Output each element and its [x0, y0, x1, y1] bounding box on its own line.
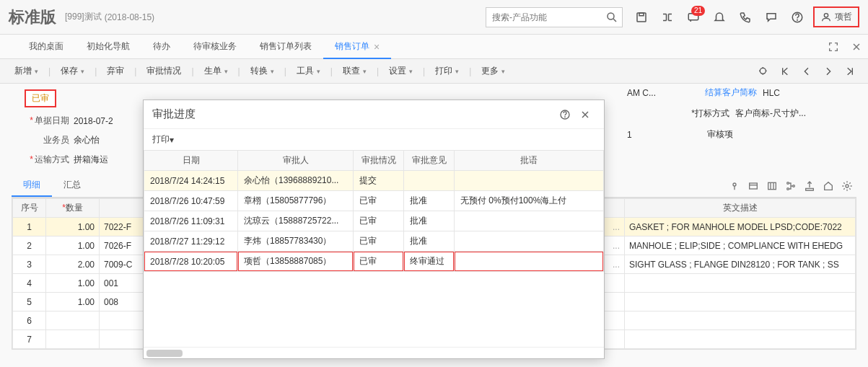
tab-4[interactable]: 销售订单列表	[248, 35, 323, 58]
svg-point-23	[787, 182, 789, 184]
app-header: 标准版 [999]测试 (2018-08-15) 21 项哲	[0, 0, 868, 35]
toolbar-打印[interactable]: 打印▾	[429, 62, 465, 80]
export-icon[interactable]	[800, 174, 819, 197]
first-record-icon[interactable]	[776, 62, 794, 81]
modal-close-icon[interactable]	[575, 105, 595, 125]
col-desc-en[interactable]: 英文描述	[625, 199, 856, 218]
locate-icon[interactable]	[754, 62, 773, 81]
gear-icon[interactable]	[838, 174, 856, 197]
bill-date-label: 单据日期	[35, 115, 69, 125]
svg-point-25	[793, 185, 795, 187]
toolbar-弃审[interactable]: 弃审	[101, 62, 130, 80]
col-qty[interactable]: *数量	[46, 199, 100, 218]
user-name: 项哲	[835, 11, 852, 23]
user-chip[interactable]: 项哲	[813, 6, 859, 27]
mark-method-label: 打标方式	[695, 108, 729, 118]
mcol-approver[interactable]: 审批人	[238, 151, 354, 171]
toolbar-审批情况[interactable]: 审批情况	[141, 62, 187, 80]
app-logo: 标准版	[9, 6, 56, 28]
last-record-icon[interactable]	[841, 62, 859, 81]
subtab-0[interactable]: 明细	[12, 174, 52, 197]
home-icon[interactable]	[819, 174, 838, 197]
tab-bar: 我的桌面初始化导航待办待审核业务销售订单列表销售订单×	[0, 35, 868, 59]
search-input[interactable]	[486, 7, 623, 27]
approval-row[interactable]: 2018/7/26 11:09:31沈琼云（15888725722...已审批准	[144, 211, 604, 231]
subtab-1[interactable]: 汇总	[52, 174, 92, 197]
modal-print-button[interactable]: 打印▾	[152, 133, 174, 146]
toolbar-转换[interactable]: 转换▾	[245, 62, 280, 80]
bill-date-value: 2018-07-2	[74, 116, 113, 126]
action-toolbar: 新增▾|保存▾|弃审|审批情况|生单▾|转换▾|工具▾|联查▾|设置▾|打印▾|…	[0, 59, 868, 84]
col-code[interactable]	[100, 199, 146, 218]
svg-point-6	[797, 19, 798, 20]
toolbar-生单[interactable]: 生单▾	[198, 62, 234, 80]
settle-customer-label: 结算客户简称	[705, 87, 757, 97]
modal-title: 审批进度	[152, 107, 196, 121]
approval-row[interactable]: 2018/7/26 10:47:59章栩（15805877796）已审批准无预付…	[144, 191, 604, 211]
svg-rect-20	[768, 182, 776, 189]
search-icon[interactable]	[605, 11, 618, 26]
tab-3[interactable]: 待审核业务	[182, 35, 248, 58]
columns-icon[interactable]	[763, 174, 781, 197]
svg-point-17	[733, 183, 736, 186]
col-seq[interactable]: 序号	[13, 199, 46, 218]
mcol-status[interactable]: 审批情况	[354, 151, 404, 171]
audit-item-label: 审核项	[707, 129, 733, 139]
svg-point-0	[608, 13, 614, 19]
status-chip: 已审	[25, 89, 56, 107]
svg-point-26	[846, 185, 849, 187]
toolbar-新增[interactable]: 新增▾	[9, 62, 44, 80]
help-icon[interactable]	[784, 4, 810, 30]
pin-icon[interactable]	[725, 174, 744, 197]
ship-label: 运输方式	[35, 154, 69, 164]
message-icon[interactable]: 21	[680, 4, 706, 30]
toolbar-工具[interactable]: 工具▾	[291, 62, 326, 80]
field-amc: AM C...	[627, 88, 656, 98]
svg-point-7	[824, 13, 828, 17]
ship-value: 拼箱海运	[74, 154, 108, 166]
message-badge: 21	[691, 6, 705, 16]
phone-icon[interactable]	[732, 4, 758, 30]
chat-icon[interactable]	[758, 4, 784, 30]
svg-line-1	[613, 19, 616, 22]
approval-row[interactable]: 2018/7/27 11:29:12李炜（18857783430）已审批准	[144, 231, 604, 252]
approval-row[interactable]: 2018/7/24 14:24:15余心怡（13968889210...提交	[144, 171, 604, 191]
extra-1: 1	[627, 130, 632, 140]
tab-1[interactable]: 初始化导航	[75, 35, 141, 58]
modal-help-icon[interactable]	[555, 105, 575, 125]
tab-2[interactable]: 待办	[141, 35, 182, 58]
mcol-date[interactable]: 日期	[144, 151, 238, 171]
tab-5[interactable]: 销售订单×	[323, 35, 391, 58]
header-date: (2018-08-15)	[105, 12, 154, 22]
svg-rect-18	[750, 183, 758, 189]
right-form-panel: AM C... 结算客户简称HLC *打标方式客户商标-尺寸炉... 1审核项	[621, 87, 859, 149]
svg-point-24	[787, 187, 789, 190]
user-icon	[820, 12, 832, 23]
card-icon[interactable]	[744, 174, 763, 197]
global-search[interactable]	[486, 7, 623, 27]
mark-method-value: 客户商标-尺寸炉...	[735, 107, 806, 120]
bell-icon[interactable]	[706, 4, 732, 30]
next-record-icon[interactable]	[819, 62, 838, 81]
toolbar-更多[interactable]: 更多▾	[475, 62, 511, 80]
fullscreen-icon[interactable]	[822, 35, 845, 58]
tab-0[interactable]: 我的桌面	[17, 35, 75, 58]
toolbar-联查[interactable]: 联查▾	[337, 62, 372, 80]
approval-progress-modal: 审批进度 打印▾ 日期 审批人 审批情况 审批意见 批语 2018/7/24 1…	[143, 100, 605, 359]
approval-row[interactable]: 2018/7/28 10:20:05项哲（13858887085）已审终审通过	[144, 252, 604, 272]
tenant-label: [999]测试	[65, 11, 102, 23]
prev-record-icon[interactable]	[797, 62, 816, 81]
modal-h-scrollbar[interactable]	[144, 347, 604, 358]
toolbar-设置[interactable]: 设置▾	[383, 62, 418, 80]
save-icon[interactable]	[628, 4, 654, 30]
svg-rect-3	[639, 13, 644, 16]
close-all-icon[interactable]	[845, 35, 868, 58]
settle-customer-value: HLC	[763, 88, 780, 98]
tab-close-icon[interactable]: ×	[374, 41, 380, 53]
mcol-opinion[interactable]: 审批意见	[404, 151, 455, 171]
toolbar-保存[interactable]: 保存▾	[55, 62, 90, 80]
mcol-comment[interactable]: 批语	[455, 151, 604, 171]
svg-point-28	[565, 117, 566, 118]
tree-icon[interactable]	[781, 174, 800, 197]
flow-icon[interactable]	[654, 4, 680, 30]
